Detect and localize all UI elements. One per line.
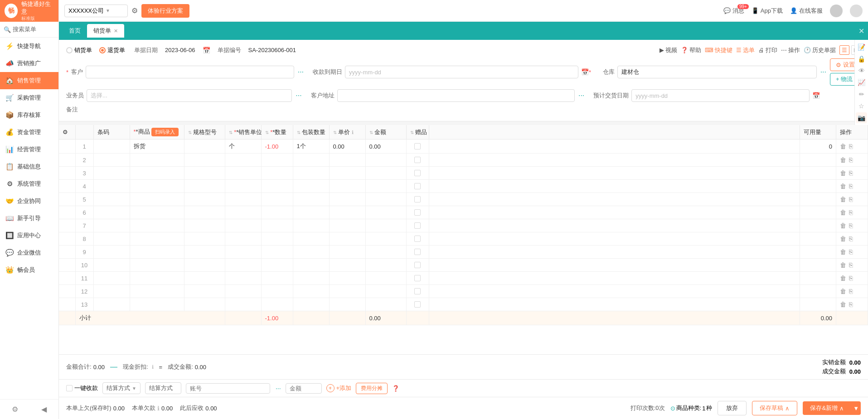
sidebar-item-sales[interactable]: 🏠 销售管理 [0, 72, 58, 89]
sort-icon-pkgqty[interactable]: ⇅ [297, 130, 301, 135]
row-qty[interactable] [261, 246, 293, 259]
tab-home[interactable]: 首页 [63, 24, 87, 38]
row-barcode[interactable] [93, 167, 130, 180]
gift-checkbox[interactable] [414, 288, 421, 294]
row-qty[interactable] [261, 285, 293, 298]
row-gift[interactable] [406, 232, 429, 246]
row-spec[interactable] [184, 167, 225, 180]
sidebar-search[interactable]: 🔍 搜索菜单 [0, 22, 58, 38]
row-spec[interactable] [184, 272, 225, 285]
message-btn[interactable]: 💬 消息 99+ [723, 7, 744, 15]
row-qty[interactable] [261, 219, 293, 232]
row-qty[interactable] [261, 193, 293, 206]
shortcut-action[interactable]: ⌨ 快捷键 [705, 46, 732, 54]
copy-row-icon[interactable]: ⎘ [849, 196, 853, 203]
gift-checkbox[interactable] [414, 262, 421, 268]
sort-icon-amount[interactable]: ⇅ [369, 130, 373, 135]
row-qty[interactable] [261, 298, 293, 311]
row-gift[interactable] [406, 193, 429, 206]
settings-gear-icon[interactable]: ⚙ [131, 6, 138, 15]
th-settings[interactable]: ⚙ [59, 125, 75, 140]
row-qty[interactable]: -1.00 [261, 140, 293, 154]
gift-checkbox[interactable] [414, 301, 421, 308]
app-download-btn[interactable]: 📱 App下载 [752, 7, 783, 15]
row-goods[interactable] [130, 259, 184, 272]
row-spec[interactable] [184, 246, 225, 259]
gift-checkbox[interactable] [414, 209, 421, 216]
gift-checkbox[interactable] [414, 249, 421, 255]
row-pkgqty[interactable] [293, 272, 329, 285]
row-unit[interactable] [225, 180, 261, 193]
row-goods[interactable] [130, 219, 184, 232]
delete-row-icon[interactable]: 🗑 [840, 235, 846, 242]
row-gift[interactable] [406, 140, 429, 154]
row-price[interactable] [329, 285, 365, 298]
mini-lock-icon[interactable]: 🔒 [858, 53, 865, 64]
delete-row-icon[interactable]: 🗑 [840, 183, 846, 190]
row-unit[interactable] [225, 154, 261, 167]
row-price[interactable] [329, 180, 365, 193]
row-amount[interactable] [365, 180, 406, 193]
history-action[interactable]: 🕐 历史单据 [804, 46, 836, 54]
row-price[interactable] [329, 167, 365, 180]
row-gift[interactable] [406, 259, 429, 272]
account-input[interactable] [186, 383, 270, 394]
row-unit[interactable] [225, 272, 261, 285]
row-barcode[interactable] [93, 206, 130, 219]
row-unit[interactable] [225, 206, 261, 219]
row-unit[interactable] [225, 219, 261, 232]
copy-row-icon[interactable]: ⎘ [849, 248, 853, 255]
copy-row-icon[interactable]: ⎘ [849, 169, 853, 177]
due-date-calendar-icon[interactable]: 📅 [581, 68, 589, 76]
delete-row-icon[interactable]: 🗑 [840, 248, 846, 255]
price-info-icon[interactable]: ℹ [352, 130, 354, 135]
owed-info-icon[interactable]: ℹ [157, 405, 160, 412]
row-gift[interactable] [406, 154, 429, 167]
row-barcode[interactable] [93, 154, 130, 167]
row-price[interactable] [329, 219, 365, 232]
copy-row-icon[interactable]: ⎘ [849, 143, 853, 150]
row-gift[interactable] [406, 206, 429, 219]
billing-method-select[interactable]: 结算方式 [145, 382, 181, 394]
row-amount[interactable] [365, 219, 406, 232]
copy-row-icon[interactable]: ⎘ [849, 261, 853, 269]
row-amount[interactable] [365, 298, 406, 311]
collapse-icon[interactable]: ◀ [39, 403, 48, 415]
gift-checkbox[interactable] [414, 275, 421, 281]
print-action[interactable]: 🖨 打印 [758, 46, 777, 54]
address-ellipsis[interactable]: ··· [578, 92, 584, 99]
gift-checkbox[interactable] [414, 222, 421, 229]
row-goods[interactable] [130, 232, 184, 246]
row-spec[interactable] [184, 219, 225, 232]
expense-button[interactable]: 费用分摊 [356, 383, 388, 394]
row-amount[interactable] [365, 154, 406, 167]
row-pkgqty[interactable] [293, 193, 329, 206]
payment-help-icon[interactable]: ❓ [392, 385, 399, 392]
row-price[interactable] [329, 206, 365, 219]
row-spec[interactable] [184, 259, 225, 272]
close-window-icon[interactable]: ✕ [858, 27, 864, 35]
row-pkgqty[interactable]: 1个 [293, 140, 329, 154]
row-spec[interactable] [184, 285, 225, 298]
delete-row-icon[interactable]: 🗑 [840, 169, 846, 177]
radio-sales-order[interactable]: 销货单 [66, 46, 92, 54]
sidebar-item-finance[interactable]: 💰 资金管理 [0, 124, 58, 141]
row-gift[interactable] [406, 285, 429, 298]
row-barcode[interactable] [93, 259, 130, 272]
delete-row-icon[interactable]: 🗑 [840, 301, 846, 308]
row-gift[interactable] [406, 272, 429, 285]
row-amount[interactable] [365, 167, 406, 180]
row-unit[interactable] [225, 285, 261, 298]
column-settings-icon[interactable]: ⚙ [63, 129, 68, 135]
row-barcode[interactable] [93, 219, 130, 232]
copy-row-icon[interactable]: ⎘ [849, 288, 853, 295]
delete-row-icon[interactable]: 🗑 [840, 275, 846, 282]
user-avatar2[interactable] [850, 5, 863, 17]
expected-calendar-icon[interactable]: 📅 [812, 92, 820, 99]
date-calendar-icon[interactable]: 📅 [203, 47, 210, 54]
warehouse-input[interactable]: 建材仓 [617, 66, 817, 78]
expected-date-input[interactable]: yyyy-mm-dd [631, 89, 810, 102]
delete-row-icon[interactable]: 🗑 [840, 196, 846, 203]
row-pkgqty[interactable] [293, 259, 329, 272]
row-amount[interactable] [365, 193, 406, 206]
